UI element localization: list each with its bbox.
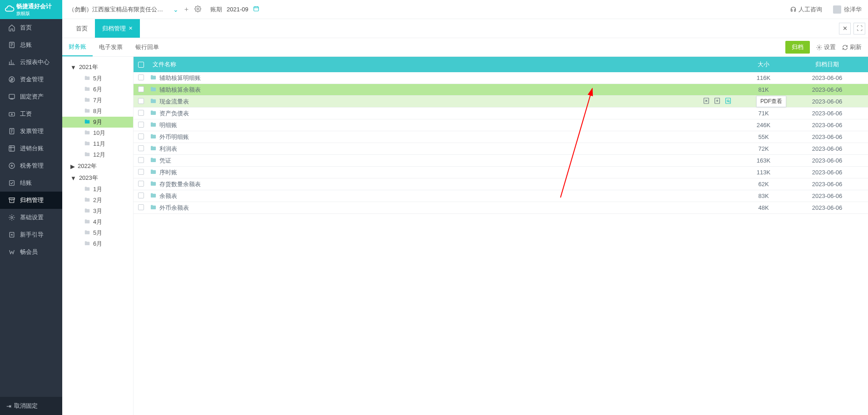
gear-icon[interactable] xyxy=(194,5,201,14)
sidebar-item-home[interactable]: 首页 xyxy=(0,19,62,36)
sidebar-item-salary[interactable]: 工资 xyxy=(0,105,62,123)
download-excel-icon[interactable] xyxy=(703,97,710,106)
tree-month[interactable]: 4月 xyxy=(62,217,133,227)
tree-month[interactable]: 7月 xyxy=(62,95,133,106)
tree-year[interactable]: ▶2022年 xyxy=(62,160,133,172)
col-size: 大小 xyxy=(736,60,791,69)
file-row[interactable]: 余额表83K2023-06-06 xyxy=(134,190,868,202)
calendar-icon[interactable] xyxy=(253,5,259,13)
tab-1[interactable]: 归档管理✕ xyxy=(95,19,140,38)
row-checkbox[interactable] xyxy=(138,74,144,80)
tree-month[interactable]: 6月 xyxy=(62,84,133,95)
brand-edition: 旗舰版 xyxy=(16,10,52,17)
panel-tab-1[interactable]: 电子发票 xyxy=(93,38,129,56)
fullscreen-button[interactable]: ⛶ xyxy=(853,23,865,35)
archive-button[interactable]: 归档 xyxy=(785,41,810,54)
sidebar-item-psi[interactable]: 进销台账 xyxy=(0,140,62,157)
tree-month[interactable]: 12月 xyxy=(62,149,133,160)
add-icon[interactable]: ＋ xyxy=(183,5,190,14)
close-tab-button[interactable]: ✕ xyxy=(839,23,851,35)
file-row[interactable]: 辅助核算余额表81K2023-06-06 xyxy=(134,84,868,96)
settings-link[interactable]: 设置 xyxy=(816,43,836,51)
folder-icon xyxy=(84,108,90,115)
sidebar-item-label: 总账 xyxy=(20,41,32,49)
sidebar-item-fund[interactable]: 资金管理 xyxy=(0,71,62,88)
tree-month[interactable]: 10月 xyxy=(62,128,133,138)
tree-month[interactable]: 3月 xyxy=(62,206,133,217)
file-row[interactable]: 外币明细账55K2023-06-06 xyxy=(134,131,868,143)
tree-month[interactable]: 9月 xyxy=(62,117,133,128)
sidebar-item-tax[interactable]: 税务管理 xyxy=(0,157,62,174)
user-menu[interactable]: 徐泽华 xyxy=(833,5,862,14)
file-row[interactable]: 利润表72K2023-06-06 xyxy=(134,143,868,155)
sidebar-item-ledger[interactable]: 总账 xyxy=(0,36,62,54)
tree-month[interactable]: 6月 xyxy=(62,238,133,249)
file-row[interactable]: 资产负债表71K2023-06-06 xyxy=(134,108,868,119)
tree-month[interactable]: 1月 xyxy=(62,184,133,195)
sidebar-item-member[interactable]: 畅会员 xyxy=(0,243,62,261)
row-checkbox[interactable] xyxy=(138,193,144,198)
sidebar-item-report[interactable]: 云报表中心 xyxy=(0,54,62,71)
chevron-down-icon[interactable]: ⌄ xyxy=(173,6,179,13)
panel-tab-2[interactable]: 银行回单 xyxy=(129,38,165,56)
file-row[interactable]: 现金流量表6K2023-06-06PDF查看 xyxy=(134,96,868,108)
company-selector[interactable]: （勿删）江西服宝精品有限责任公司（... xyxy=(69,5,169,14)
row-checkbox[interactable] xyxy=(138,145,144,151)
select-all-checkbox[interactable] xyxy=(138,62,144,68)
folder-icon xyxy=(150,168,157,177)
panel-tab-0[interactable]: 财务账 xyxy=(62,38,93,56)
tree-year[interactable]: ▼2023年 xyxy=(62,172,133,184)
row-checkbox[interactable] xyxy=(138,86,144,92)
tree-year[interactable]: ▼2021年 xyxy=(62,61,133,73)
row-checkbox[interactable] xyxy=(138,110,144,116)
refresh-icon xyxy=(842,44,848,50)
file-name: 外币余额表 xyxy=(159,204,189,212)
tooltip: PDF查看 xyxy=(756,96,786,107)
tree-month[interactable]: 8月 xyxy=(62,106,133,117)
tab-0[interactable]: 首页 xyxy=(69,19,95,38)
row-checkbox[interactable] xyxy=(138,98,144,104)
file-row[interactable]: 序时账113K2023-06-06 xyxy=(134,167,868,178)
pdf-view-icon[interactable] xyxy=(724,97,732,106)
file-name: 凭证 xyxy=(159,157,171,165)
refresh-link[interactable]: 刷新 xyxy=(842,43,862,51)
file-row[interactable]: 存货数量余额表62K2023-06-06 xyxy=(134,178,868,190)
period-value[interactable]: 2021-09 xyxy=(227,6,248,13)
row-checkbox[interactable] xyxy=(138,122,144,128)
tree-month[interactable]: 11月 xyxy=(62,138,133,149)
tree-month[interactable]: 5月 xyxy=(62,73,133,84)
sidebar-item-asset[interactable]: 固定资产 xyxy=(0,88,62,105)
file-row[interactable]: 凭证163K2023-06-06 xyxy=(134,155,868,167)
tree-month-label: 3月 xyxy=(93,207,102,215)
sidebar-item-label: 资金管理 xyxy=(20,75,44,84)
download-pdf-icon[interactable] xyxy=(714,97,721,106)
svg-rect-3 xyxy=(9,113,15,116)
sidebar-item-guide[interactable]: 新手引导 xyxy=(0,226,62,243)
file-name: 明细账 xyxy=(159,121,177,129)
sidebar-item-settings[interactable]: 基础设置 xyxy=(0,209,62,226)
close-icon[interactable]: ✕ xyxy=(129,25,133,31)
sidebar-item-close[interactable]: 结账 xyxy=(0,174,62,192)
sidebar-item-invoice[interactable]: 发票管理 xyxy=(0,123,62,140)
file-size: 72K xyxy=(736,145,791,152)
ledger-icon xyxy=(8,41,15,49)
file-row[interactable]: 明细账246K2023-06-06 xyxy=(134,119,868,131)
file-row[interactable]: 辅助核算明细账116K2023-06-06 xyxy=(134,72,868,84)
tree-month[interactable]: 2月 xyxy=(62,195,133,206)
svg-point-14 xyxy=(818,46,820,48)
folder-icon xyxy=(84,229,90,237)
file-name: 现金流量表 xyxy=(159,98,189,106)
file-row[interactable]: 外币余额表48K2023-06-06 xyxy=(134,202,868,214)
row-checkbox[interactable] xyxy=(138,204,144,210)
row-checkbox[interactable] xyxy=(138,157,144,163)
sidebar-unpin[interactable]: ⇥ 取消固定 xyxy=(0,397,62,415)
tree-month[interactable]: 5月 xyxy=(62,227,133,238)
help-link[interactable]: 人工咨询 xyxy=(790,5,822,14)
row-checkbox[interactable] xyxy=(138,133,144,139)
row-checkbox[interactable] xyxy=(138,169,144,175)
file-size: 83K xyxy=(736,193,791,199)
unpin-icon: ⇥ xyxy=(6,403,11,410)
sidebar-item-archive[interactable]: 归档管理 xyxy=(0,192,62,209)
row-checkbox[interactable] xyxy=(138,181,144,187)
folder-icon xyxy=(150,180,157,188)
